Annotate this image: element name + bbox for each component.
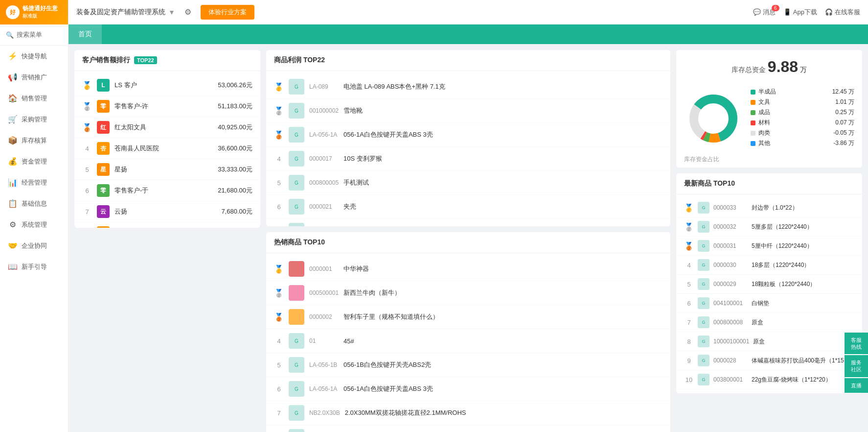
new-product-row: 6 G 004100001 白钢垫	[676, 294, 862, 313]
search-icon: 🔍	[6, 31, 14, 39]
customer-amount: 40,925.00元	[218, 123, 252, 132]
customer-avatar: 零	[97, 184, 110, 197]
customer-amount: 7,680.00元	[221, 207, 252, 216]
sidebar-item-basic-info[interactable]: 📋 基础信息	[0, 193, 68, 214]
customer-avatar: 尚	[97, 226, 110, 228]
hot-products-header: 热销商品 TOP10	[266, 232, 670, 253]
app-logo: 好 畅捷通好生意 标准版	[0, 0, 68, 24]
new-product-row: 🥉 G 0000031 5厘中纤（1220*2440）	[676, 237, 862, 256]
sales-icon: 🏠	[8, 94, 18, 103]
stock-total-label: 库存总资金	[731, 66, 766, 73]
quick-nav-icon: ⚡	[8, 51, 18, 61]
rank-number: 🥉	[274, 312, 284, 322]
rank-number: 🥉	[82, 123, 92, 132]
sidebar-item-quick-nav[interactable]: ⚡ 快捷导航	[0, 46, 68, 67]
product-code: 0000017	[309, 155, 339, 162]
topbar-right: 💬 消息 6 📱 App下载 🎧 在线客服	[753, 8, 860, 17]
message-button[interactable]: 💬 消息 6	[753, 8, 776, 17]
hot-products-card: 热销商品 TOP10 🥇 0000001 中华神器 🥈 000500001 新西…	[266, 232, 670, 432]
legend-name: 肉类	[758, 129, 830, 137]
product-name: 中华神器	[343, 264, 662, 273]
product-image: G	[698, 297, 709, 309]
sidebar-item-operation[interactable]: 📊 经营管理	[0, 172, 68, 193]
customer-rank-row: 🥇 L LS 客户 53,006.26元	[74, 75, 260, 96]
new-product-row: 4 G 0000030 18多层（1220*2440）	[676, 256, 862, 275]
tab-home[interactable]: 首页	[69, 24, 102, 44]
profit-rank-row: 6 G 0000021 夹壳	[266, 195, 670, 219]
trial-btn[interactable]: 体验行业方案	[201, 5, 254, 20]
product-name: 体碱嘉核味苏打饮品400毫升（1*15）	[752, 357, 854, 365]
product-code: 0000032	[713, 223, 748, 230]
rank-number: 6	[684, 300, 694, 307]
community-btn[interactable]: 服务社区	[845, 355, 868, 377]
sidebar-label: 经营管理	[22, 178, 47, 187]
legend-name: 半成品	[758, 88, 829, 96]
basic-info-icon: 📋	[8, 199, 18, 208]
product-image: G	[289, 175, 304, 191]
cooperation-icon: 🤝	[8, 241, 18, 250]
product-name: 夹壳	[343, 202, 662, 211]
gear-button[interactable]: ⚙	[181, 5, 195, 19]
product-code: 000800008	[713, 319, 748, 326]
product-code: 10000100001	[713, 338, 749, 345]
customer-ranking-title: 客户销售额排行	[82, 56, 130, 65]
customer-amount: 51,183.00元	[218, 102, 252, 111]
app-download-button[interactable]: 📱 App下载	[783, 8, 817, 17]
product-code: 003800001	[713, 376, 748, 383]
product-name: 智利车子里（规格不知道填什么）	[343, 312, 662, 321]
sidebar-item-stock[interactable]: 📦 库存核算	[0, 130, 68, 151]
sidebar-item-finance[interactable]: 💰 资金管理	[0, 151, 68, 172]
legend-value: 0.07 万	[835, 119, 854, 127]
product-image: G	[698, 240, 709, 252]
legend-name: 成品	[758, 108, 832, 117]
product-name: 手机测试	[343, 178, 662, 187]
legend-value: 1.01 万	[835, 98, 854, 106]
product-code: 0000029	[713, 281, 748, 288]
sidebar-item-system[interactable]: ⚙ 系统管理	[0, 214, 68, 235]
new-products-header: 最新商品 TOP10	[676, 173, 862, 194]
left-column: 客户销售额排行 TOP22 🥇 L LS 客户 53,006.26元 🥈 零 零…	[74, 50, 260, 426]
product-image: G	[289, 127, 304, 143]
donut-chart	[684, 89, 743, 148]
product-image: G	[698, 336, 709, 347]
rank-number: 5	[684, 281, 694, 288]
product-name: 原盒	[752, 318, 854, 327]
rank-number: 4	[684, 262, 694, 269]
product-image: G	[698, 278, 709, 290]
logo-icon: 好	[6, 5, 20, 19]
rank-number: 6	[274, 385, 284, 393]
product-image: G	[289, 381, 304, 397]
product-code: 0000001	[309, 265, 339, 272]
sidebar-item-purchase[interactable]: 🛒 采购管理	[0, 109, 68, 130]
product-image	[289, 309, 304, 325]
rank-number: 🥇	[274, 264, 284, 274]
message-icon: 💬	[753, 8, 761, 16]
customer-rank-row: 4 杏 苍南县人民医院 36,600.00元	[74, 138, 260, 159]
dropdown-icon[interactable]: ▼	[168, 8, 175, 16]
live-btn[interactable]: 直播	[845, 378, 868, 393]
sidebar-item-guide[interactable]: 📖 新手引导	[0, 256, 68, 277]
rank-number: 🥇	[274, 82, 284, 92]
center-column: 商品利润 TOP22 🥇 G LA-089 电池盖 LA-089 ABS本色+黑…	[266, 50, 670, 426]
stock-icon: 📦	[8, 136, 18, 145]
product-code: 0000030	[713, 262, 748, 268]
sidebar-label: 系统管理	[22, 220, 47, 229]
hot-product-row: 8 G 0000011 12070519-xs	[266, 425, 670, 432]
sidebar-item-cooperation[interactable]: 🤝 企业协同	[0, 235, 68, 256]
new-product-row: 9 G 0000028 体碱嘉核味苏打饮品400毫升（1*15）	[676, 351, 862, 370]
sidebar-item-marketing[interactable]: 📢 营销推广	[0, 67, 68, 88]
main-area: 装备及固定资产辅助管理系统 ▼ ⚙ 体验行业方案 💬 消息 6 📱 App下载 …	[69, 0, 868, 432]
sidebar-item-sales[interactable]: 🏠 销售管理	[0, 88, 68, 109]
legend-item: 文具 1.01 万	[751, 98, 854, 106]
online-service-button[interactable]: 🎧 在线客服	[825, 8, 860, 17]
product-code: 004100001	[713, 300, 748, 307]
product-image: G	[698, 374, 709, 385]
customer-service-btn[interactable]: 客服热线	[845, 333, 868, 355]
search-menu-button[interactable]: 🔍 搜索菜单	[6, 28, 62, 41]
product-image: G	[289, 103, 304, 119]
product-name: 原盒	[753, 337, 854, 346]
marketing-icon: 📢	[8, 72, 18, 82]
customer-rank-row: 6 零 零售客户-于 21,680.00元	[74, 180, 260, 201]
sidebar-search-section[interactable]: 🔍 搜索菜单	[0, 24, 68, 46]
product-name: 056-1A白色按键开关盖ABS 3壳	[343, 130, 662, 139]
